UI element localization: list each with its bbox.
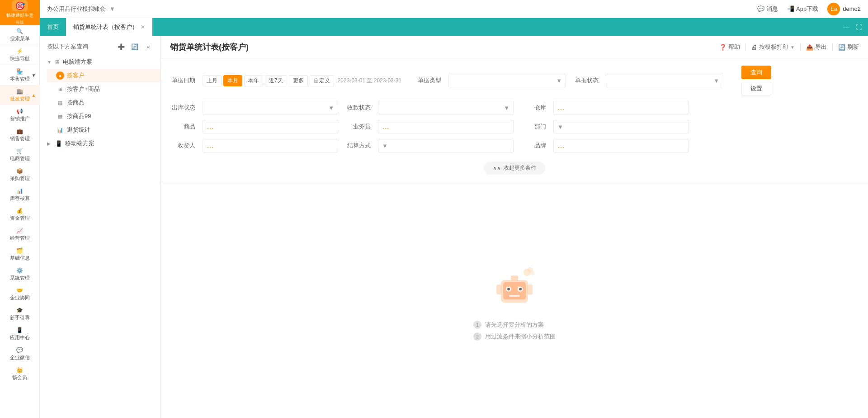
desktop-group-header[interactable]: ▼ 🖥 电脑端方案 bbox=[40, 55, 160, 69]
order-status-arrow: ▼ bbox=[713, 77, 719, 84]
tree-node-by-customer-product[interactable]: ⊞ 按客户+商品 bbox=[47, 82, 160, 96]
sidebar-item-newbie[interactable]: 🎓 新手引导 bbox=[0, 304, 40, 324]
sidebar-item-wholesale[interactable]: 🏬 批发管理 ▲ bbox=[0, 85, 40, 105]
refresh-scheme-btn[interactable]: 🔄 bbox=[130, 42, 140, 52]
tab-sales-stats[interactable]: 销货单统计表（按客户） ✕ bbox=[66, 18, 152, 36]
print-icon: 🖨 bbox=[751, 44, 757, 51]
query-btn[interactable]: 查询 bbox=[741, 66, 771, 79]
app-download-btn[interactable]: 📲 App下载 bbox=[787, 5, 818, 13]
collapse-btn[interactable]: ∧∧ 收起更多条件 bbox=[484, 162, 545, 175]
desktop-group-children: ● 按客户 ⊞ 按客户+商品 ▦ 按商品 ▦ 按商品99 bbox=[40, 69, 160, 137]
window-maximize-btn[interactable]: ⛶ bbox=[854, 22, 864, 33]
wholesale-expand-icon: ▲ bbox=[32, 93, 36, 98]
sidebar-item-inventory[interactable]: 📊 库存核算 bbox=[0, 185, 40, 204]
mobile-group-header[interactable]: ▶ 📱 移动端方案 bbox=[40, 137, 160, 150]
collapse-panel-btn[interactable]: « bbox=[143, 42, 153, 52]
export-label: 导出 bbox=[815, 43, 827, 51]
consignee-select[interactable]: … bbox=[203, 139, 338, 152]
svg-rect-6 bbox=[509, 295, 520, 297]
sidebar-item-sales[interactable]: 💼 销售管理 bbox=[0, 125, 40, 145]
sidebar-item-member[interactable]: 👑 畅会员 bbox=[0, 364, 40, 384]
desktop-group: ▼ 🖥 电脑端方案 ● 按客户 ⊞ 按客户+商品 ▦ 按商品 bbox=[40, 55, 160, 137]
brand-select[interactable]: … bbox=[553, 139, 689, 152]
mobile-group-icon: 📱 bbox=[55, 140, 62, 147]
sidebar-item-inventory-label: 库存核算 bbox=[10, 195, 30, 202]
sidebar-logo[interactable]: 🎯 畅捷通好生意 标版 bbox=[0, 0, 40, 25]
sidebar-item-enterprise[interactable]: 🤝 企业协同 bbox=[0, 284, 40, 304]
sidebar-item-newbie-label: 新手引导 bbox=[10, 314, 30, 321]
settings-btn[interactable]: 设置 bbox=[741, 82, 771, 95]
sidebar-item-retail[interactable]: 🏪 零售管理 ▼ bbox=[0, 65, 40, 85]
dropdown-icon[interactable]: ▼ bbox=[109, 5, 115, 12]
purchase-icon: 📦 bbox=[16, 168, 23, 174]
add-scheme-btn[interactable]: ➕ bbox=[116, 42, 126, 52]
consignee-label: 收货人 bbox=[170, 142, 195, 150]
sidebar-item-purchase-label: 采购管理 bbox=[10, 175, 30, 182]
newbie-icon: 🎓 bbox=[16, 307, 23, 314]
print-btn[interactable]: 🖨 按模板打印 ▼ bbox=[751, 43, 795, 51]
tab-home[interactable]: 首页 bbox=[40, 18, 66, 36]
sidebar-search-label: 搜索菜单 bbox=[10, 35, 30, 42]
export-btn[interactable]: 📤 导出 bbox=[806, 43, 827, 51]
print-dropdown-icon: ▼ bbox=[790, 45, 795, 50]
sidebar-search[interactable]: 🔍 搜索菜单 bbox=[0, 25, 40, 45]
help-btn[interactable]: ❓ 帮助 bbox=[719, 43, 740, 51]
tree-node-by-product-99[interactable]: ▦ 按商品99 bbox=[47, 109, 160, 123]
app-download-label: App下载 bbox=[796, 5, 818, 13]
export-icon: 📤 bbox=[806, 44, 813, 51]
empty-svg bbox=[487, 260, 542, 314]
header-actions: ❓ 帮助 🖨 按模板打印 ▼ 📤 导出 bbox=[719, 43, 859, 57]
main-area: 办公用品行业模拟账套 ▼ 💬 消息 📲 App下载 Ea demo2 首页 销货… bbox=[40, 0, 868, 418]
sidebar-quick-nav[interactable]: ⚡ 快捷导航 bbox=[0, 45, 40, 65]
top-bar: 办公用品行业模拟账套 ▼ 💬 消息 📲 App下载 Ea demo2 bbox=[40, 0, 868, 18]
sidebar-item-marketing[interactable]: 📢 营销推广 bbox=[0, 105, 40, 125]
desktop-group-label: 电脑端方案 bbox=[63, 58, 92, 66]
settlement-label: 结算方式 bbox=[345, 142, 371, 150]
sidebar-item-app-center[interactable]: 📱 应用中心 bbox=[0, 324, 40, 344]
this-month-btn[interactable]: 本月 bbox=[223, 75, 242, 86]
sidebar-item-purchase[interactable]: 📦 采购管理 bbox=[0, 165, 40, 185]
refresh-label: 刷新 bbox=[847, 43, 859, 51]
more-btn[interactable]: 更多 bbox=[289, 75, 308, 86]
sidebar-item-enterprise-wechat[interactable]: 💬 企业微信 bbox=[0, 344, 40, 364]
this-year-btn[interactable]: 本年 bbox=[244, 75, 263, 86]
message-btn[interactable]: 💬 消息 bbox=[757, 5, 778, 13]
sidebar-item-operations[interactable]: 📈 经营管理 bbox=[0, 224, 40, 244]
divider3 bbox=[832, 44, 833, 50]
order-status-select[interactable]: ▼ bbox=[606, 74, 723, 87]
custom-btn[interactable]: 自定义 bbox=[310, 75, 334, 86]
sidebar-item-app-center-label: 应用中心 bbox=[10, 334, 30, 341]
message-label: 消息 bbox=[766, 5, 778, 13]
logo-icon: 🎯 bbox=[12, 0, 28, 11]
date-picker: 上月 本月 本年 近7天 更多 自定义 2023-03-01 至 2023-03… bbox=[203, 75, 401, 86]
product-select[interactable]: … bbox=[203, 120, 338, 133]
last-month-btn[interactable]: 上月 bbox=[203, 75, 222, 86]
last-7days-btn[interactable]: 近7天 bbox=[265, 75, 287, 86]
tab-close-icon[interactable]: ✕ bbox=[141, 24, 145, 30]
empty-tips: 1 请先选择要分析的方案 2 用过滤条件来缩小分析范围 bbox=[473, 321, 556, 341]
order-type-select[interactable]: ▼ bbox=[448, 74, 566, 87]
user-area[interactable]: Ea demo2 bbox=[827, 3, 861, 15]
message-icon: 💬 bbox=[757, 5, 764, 12]
system-icon: ⚙️ bbox=[16, 267, 23, 274]
settlement-select[interactable]: ▼ bbox=[378, 139, 514, 152]
mobile-expand-icon: ▶ bbox=[47, 141, 51, 146]
tree-node-by-customer[interactable]: ● 按客户 bbox=[47, 69, 160, 82]
svg-rect-7 bbox=[511, 276, 518, 281]
salesperson-select[interactable]: … bbox=[378, 120, 514, 133]
sidebar-item-operations-label: 经营管理 bbox=[10, 235, 30, 242]
filter-row-4: 收货人 … 结算方式 ▼ 品牌 … bbox=[170, 139, 859, 152]
warehouse-select[interactable]: … bbox=[553, 101, 689, 114]
sidebar-item-system[interactable]: ⚙️ 系统管理 bbox=[0, 264, 40, 284]
refresh-btn[interactable]: 🔄 刷新 bbox=[838, 43, 859, 51]
sidebar-item-ecommerce[interactable]: 🛒 电商管理 bbox=[0, 145, 40, 165]
sidebar-item-marketing-label: 营销推广 bbox=[10, 115, 30, 122]
dept-select[interactable]: ▼ bbox=[553, 120, 689, 133]
out-status-select[interactable]: ▼ bbox=[203, 101, 338, 114]
sidebar-item-finance[interactable]: 💰 资金管理 bbox=[0, 204, 40, 224]
tree-node-by-product[interactable]: ▦ 按商品 bbox=[47, 96, 160, 109]
window-minimize-btn[interactable]: — bbox=[841, 22, 852, 33]
receipt-status-select[interactable]: ▼ bbox=[378, 101, 514, 114]
sidebar-item-basic[interactable]: 🗂️ 基础信息 bbox=[0, 244, 40, 264]
tree-node-refund-stats[interactable]: 📊 退货统计 bbox=[47, 123, 160, 137]
